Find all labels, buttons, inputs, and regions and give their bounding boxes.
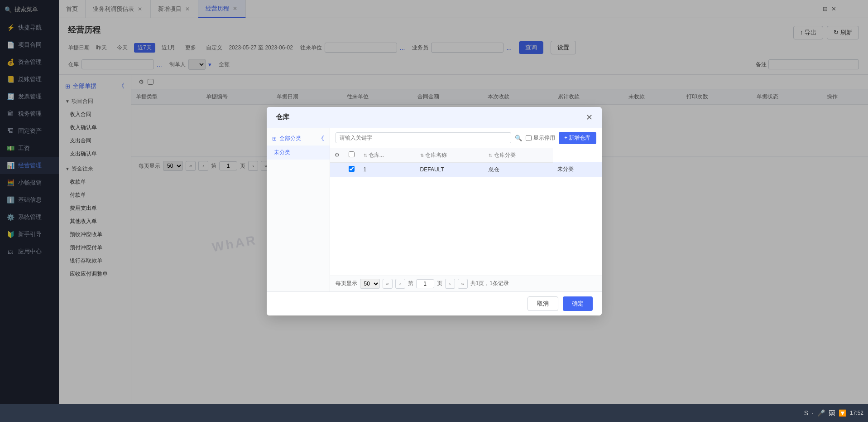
row-code: DEFAULT — [416, 162, 484, 177]
dialog-right-toolbar: 🔍 显示停用 + 新增仓库 — [330, 128, 602, 148]
all-category-label: 全部分类 — [279, 135, 301, 142]
confirm-button[interactable]: 确定 — [563, 296, 593, 311]
taskbar-icon-dot: · — [812, 409, 814, 417]
row-category: 未分类 — [553, 162, 601, 177]
dialog-table: ⚙ ⇅ 仓库... ⇅ — [330, 148, 602, 177]
dialog-actions: 取消 确定 — [267, 291, 602, 315]
dialog-col-code: ⇅ 仓库... — [359, 148, 416, 163]
taskbar-time: 17:52 — [850, 410, 863, 416]
dialog-per-page-label: 每页显示 — [336, 280, 357, 287]
sort-icon-category[interactable]: ⇅ — [489, 153, 492, 158]
taskbar-icon-mic[interactable]: 🎤 — [817, 409, 825, 417]
grid-icon2: ⊞ — [272, 136, 277, 142]
dialog-header: 仓库 ✕ — [267, 107, 602, 128]
sort-icon-name[interactable]: ⇅ — [420, 153, 424, 158]
dialog-first-btn[interactable]: « — [383, 279, 393, 289]
dialog-right-panel: 🔍 显示停用 + 新增仓库 ⚙ — [330, 128, 602, 291]
dialog-col-checkbox — [344, 148, 359, 163]
overlay: 仓库 ✕ ⊞ 全部分类 《 未分类 🔍 — [0, 0, 868, 422]
dialog-table-body: 1 DEFAULT 总仓 未分类 — [330, 162, 602, 177]
taskbar-icon-filter[interactable]: 🔽 — [839, 409, 846, 417]
dialog-prev-btn[interactable]: ‹ — [395, 279, 405, 289]
warehouse-dialog: 仓库 ✕ ⊞ 全部分类 《 未分类 🔍 — [267, 107, 602, 315]
dialog-left-header[interactable]: ⊞ 全部分类 《 — [267, 132, 330, 146]
dialog-table-wrap: ⚙ ⇅ 仓库... ⇅ — [330, 148, 602, 276]
dialog-footer-bar: 每页显示 50 « ‹ 第 页 › » 共1页，1条记录 — [330, 276, 602, 291]
taskbar-icon-img[interactable]: 🖼 — [829, 409, 835, 417]
dialog-select-all[interactable] — [349, 151, 355, 157]
dialog-page-input[interactable] — [416, 279, 434, 288]
uncategorized-label: 未分类 — [274, 149, 290, 155]
taskbar-icon-s[interactable]: S — [804, 409, 808, 417]
dialog-col-gear: ⚙ — [330, 148, 344, 163]
row-id: 1 — [359, 162, 416, 177]
dialog-left-uncategorized[interactable]: 未分类 — [267, 146, 330, 160]
dialog-total-label: 共1页，1条记录 — [470, 280, 509, 287]
taskbar: S · 🎤 🖼 🔽 17:52 — [0, 404, 868, 422]
row-checkbox-cell — [344, 162, 359, 177]
dialog-body: ⊞ 全部分类 《 未分类 🔍 显示停用 + 新增 — [267, 128, 602, 291]
dialog-page-pre: 第 — [408, 280, 413, 287]
dialog-page-label: 页 — [437, 280, 442, 287]
dialog-next-btn[interactable]: › — [445, 279, 455, 289]
dialog-table-row[interactable]: 1 DEFAULT 总仓 未分类 — [330, 162, 602, 177]
dialog-per-page-select[interactable]: 50 — [360, 279, 380, 289]
dialog-left-collapse[interactable]: 《 — [318, 135, 324, 143]
dialog-close-button[interactable]: ✕ — [586, 112, 593, 122]
gear-icon[interactable]: ⚙ — [335, 152, 340, 158]
show-disabled-checkbox[interactable] — [526, 135, 532, 141]
dialog-search-icon[interactable]: 🔍 — [515, 135, 522, 141]
row-gear — [330, 162, 344, 177]
show-disabled-label[interactable]: 显示停用 — [526, 134, 555, 142]
dialog-title: 仓库 — [276, 113, 289, 121]
dialog-last-btn[interactable]: » — [458, 279, 468, 289]
add-warehouse-button[interactable]: + 新增仓库 — [559, 132, 596, 144]
row-checkbox[interactable] — [349, 166, 355, 172]
sort-icon-code[interactable]: ⇅ — [364, 153, 367, 158]
dialog-col-category: ⇅ 仓库分类 — [484, 148, 553, 163]
dialog-table-header: ⚙ ⇅ 仓库... ⇅ — [330, 148, 602, 163]
show-disabled-text: 显示停用 — [533, 134, 555, 142]
row-name: 总仓 — [484, 162, 553, 177]
cancel-button[interactable]: 取消 — [528, 296, 558, 311]
dialog-left-panel: ⊞ 全部分类 《 未分类 — [267, 128, 330, 291]
dialog-col-name: ⇅ 仓库名称 — [416, 148, 484, 163]
dialog-search-input[interactable] — [336, 132, 512, 143]
